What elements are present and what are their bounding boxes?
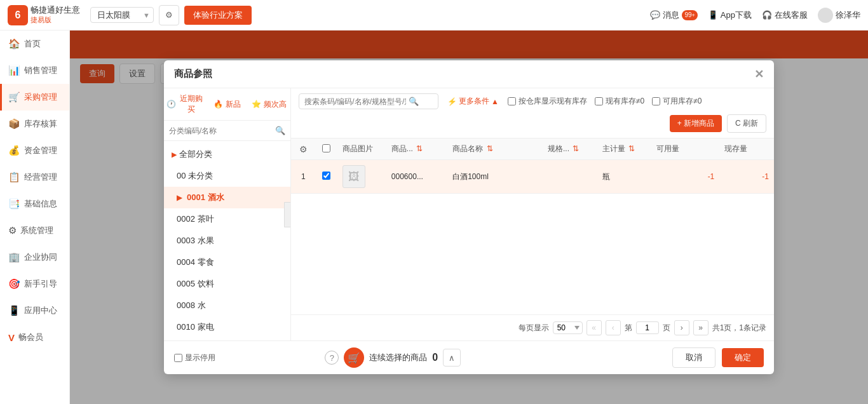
cat-item-0004[interactable]: 0004 零食 xyxy=(164,252,290,273)
confirm-button[interactable]: 确定 xyxy=(722,348,764,367)
footer-right: 取消 确定 xyxy=(672,347,764,368)
cart-button[interactable]: 🛒 xyxy=(344,347,364,368)
product-panel: 🔍 ⚡ 更多条件 ▲ 按仓库显示现有库存 xyxy=(291,88,774,340)
modal-close-button[interactable]: ✕ xyxy=(754,69,764,80)
cat-item-0003[interactable]: 0003 水果 xyxy=(164,230,290,252)
pagination-bar: 每页显示 50 10 20 100 « ‹ xyxy=(291,314,774,340)
sidebar-item-finance[interactable]: 💰 资金管理 xyxy=(0,137,69,164)
th-checkbox[interactable] xyxy=(316,138,337,160)
collapse-panel-button[interactable]: 《 xyxy=(284,202,291,227)
modal-title: 商品参照 xyxy=(174,68,212,80)
row-select-checkbox[interactable] xyxy=(322,172,330,180)
help-icon-button[interactable]: ? xyxy=(325,351,339,365)
checkbox-available-input[interactable] xyxy=(652,97,660,105)
settings-icon[interactable]: ⚙ xyxy=(159,5,179,25)
page-size-select[interactable]: 50 10 20 100 xyxy=(553,321,583,334)
filter-button[interactable]: ⚡ 更多条件 ▲ xyxy=(444,93,503,109)
filter-label: 更多条件 xyxy=(459,96,489,107)
user-item[interactable]: 徐泽华 xyxy=(818,8,860,23)
toolbar-right: + 新增商品 C 刷新 xyxy=(670,114,766,133)
checkbox-available-stock[interactable]: 可用库存≠0 xyxy=(652,96,702,107)
user-name: 徐泽华 xyxy=(836,10,860,21)
category-search-icon[interactable]: 🔍 xyxy=(275,126,285,135)
first-page-button[interactable]: « xyxy=(587,320,602,335)
cat-item-0008[interactable]: 0008 水 xyxy=(164,295,290,316)
sidebar-item-enterprise[interactable]: 🏢 企业协同 xyxy=(0,244,69,271)
checkbox-available-label: 可用库存≠0 xyxy=(663,96,702,107)
cat-item-all-label: 全部分类 xyxy=(179,149,212,160)
cart-icon: 🛒 xyxy=(348,352,360,364)
logo-sub: 捷易版 xyxy=(31,15,80,25)
th-unit[interactable]: 主计量 ⇅ xyxy=(597,138,652,160)
cancel-button[interactable]: 取消 xyxy=(672,347,715,368)
sidebar-item-inventory[interactable]: 📦 库存核算 xyxy=(0,111,69,137)
sidebar-label-apps: 应用中心 xyxy=(24,305,57,316)
cat-item-0001[interactable]: ▶ 0001 酒水 xyxy=(164,187,290,208)
sidebar-item-purchase[interactable]: 🛒 采购管理 xyxy=(0,84,69,111)
row-checkbox[interactable] xyxy=(316,160,337,194)
row-index: 1 xyxy=(291,160,316,194)
cat-item-0002[interactable]: 0002 茶叶 xyxy=(164,208,290,230)
cat-item-0010[interactable]: 0010 家电 xyxy=(164,316,290,338)
cat-0001-arrow-icon: ▶ xyxy=(177,194,182,202)
show-disabled-label[interactable]: 显示停用 xyxy=(174,353,215,363)
cat-item-00[interactable]: 00 未分类 xyxy=(164,165,290,187)
cat-tab-recent[interactable]: 🕐 近期购买 xyxy=(164,88,206,120)
last-page-button[interactable]: » xyxy=(693,320,709,335)
continuous-select-label: 连续选择的商品 xyxy=(369,352,427,363)
sidebar-item-basic[interactable]: 📑 基础信息 xyxy=(0,191,69,217)
th-spec[interactable]: 规格... ⇅ xyxy=(543,138,597,160)
refresh-button[interactable]: C 刷新 xyxy=(727,114,766,133)
checkbox-by-warehouse[interactable]: 按仓库显示现有库存 xyxy=(508,96,587,107)
page-input[interactable] xyxy=(636,321,659,334)
th-name[interactable]: 商品名称 ⇅ xyxy=(447,138,543,160)
product-search-input[interactable] xyxy=(304,97,406,106)
select-all-checkbox[interactable] xyxy=(322,144,330,152)
online-service-item[interactable]: 🎧 在线客服 xyxy=(762,10,808,21)
sidebar-item-sales[interactable]: 📊 销售管理 xyxy=(0,57,69,84)
checkbox-current-input[interactable] xyxy=(595,97,603,105)
message-item[interactable]: 💬 消息 99+ xyxy=(650,10,697,21)
cat-item-0004-label: 0004 零食 xyxy=(177,257,214,268)
prev-page-button[interactable]: ‹ xyxy=(606,320,621,335)
cat-item-all[interactable]: ▶ 全部分类 xyxy=(164,144,290,165)
product-table-container: ⚙ 商品图片 商品... ⇅ xyxy=(291,138,774,314)
checkbox-warehouse-label: 按仓库显示现有库存 xyxy=(519,96,587,107)
checkbox-warehouse-input[interactable] xyxy=(508,97,516,105)
total-info: 共1页，1条记录 xyxy=(712,323,766,333)
cat-tab-new-label: 新品 xyxy=(226,99,241,110)
store-selector[interactable]: 日太阳膜 ▼ xyxy=(90,7,154,23)
th-code[interactable]: 商品... ⇅ xyxy=(386,138,447,160)
th-available: 可用量 xyxy=(651,138,719,160)
cat-tab-new[interactable]: 🔥 新品 xyxy=(206,88,248,120)
sidebar-item-apps[interactable]: 📱 应用中心 xyxy=(0,297,69,324)
chevron-up-button[interactable]: ∧ xyxy=(443,349,461,367)
trial-button[interactable]: 体验行业方案 xyxy=(184,6,252,25)
sidebar-label-member: 畅会员 xyxy=(18,332,43,343)
apps-icon: 📱 xyxy=(8,305,20,316)
sidebar-item-system[interactable]: ⚙ 系统管理 xyxy=(0,217,69,244)
row-available: -1 xyxy=(651,160,719,194)
sidebar-item-member[interactable]: V 畅会员 xyxy=(0,324,69,351)
sidebar-item-business[interactable]: 📋 经营管理 xyxy=(0,164,69,191)
cat-item-0001-label: 0001 酒水 xyxy=(187,192,224,203)
logo-text: 畅捷通好生意 xyxy=(31,5,80,15)
table-header-row: ⚙ 商品图片 商品... ⇅ xyxy=(291,138,774,160)
cat-item-0005[interactable]: 0005 饮料 xyxy=(164,273,290,295)
category-search-input[interactable] xyxy=(169,126,273,135)
app-download-item[interactable]: 📱 App下载 xyxy=(708,10,752,21)
th-gear[interactable]: ⚙ xyxy=(291,138,316,160)
show-disabled-checkbox[interactable] xyxy=(174,354,182,362)
cat-tab-frequent[interactable]: ⭐ 频次高 xyxy=(248,88,290,120)
category-search: 🔍 xyxy=(164,121,290,141)
product-search-icon[interactable]: 🔍 xyxy=(409,97,419,106)
next-page-button[interactable]: › xyxy=(674,320,689,335)
sidebar-item-guide[interactable]: 🎯 新手引导 xyxy=(0,271,69,297)
sidebar-item-home[interactable]: 🏠 首页 xyxy=(0,30,69,57)
store-select[interactable]: 日太阳膜 xyxy=(90,7,154,23)
checkbox-current-stock[interactable]: 现有库存≠0 xyxy=(595,96,644,107)
page-size-label: 每页显示 xyxy=(519,323,549,333)
add-product-button[interactable]: + 新增商品 xyxy=(670,115,722,132)
table-row[interactable]: 1 🖼 xyxy=(291,160,774,194)
avatar xyxy=(818,8,833,23)
